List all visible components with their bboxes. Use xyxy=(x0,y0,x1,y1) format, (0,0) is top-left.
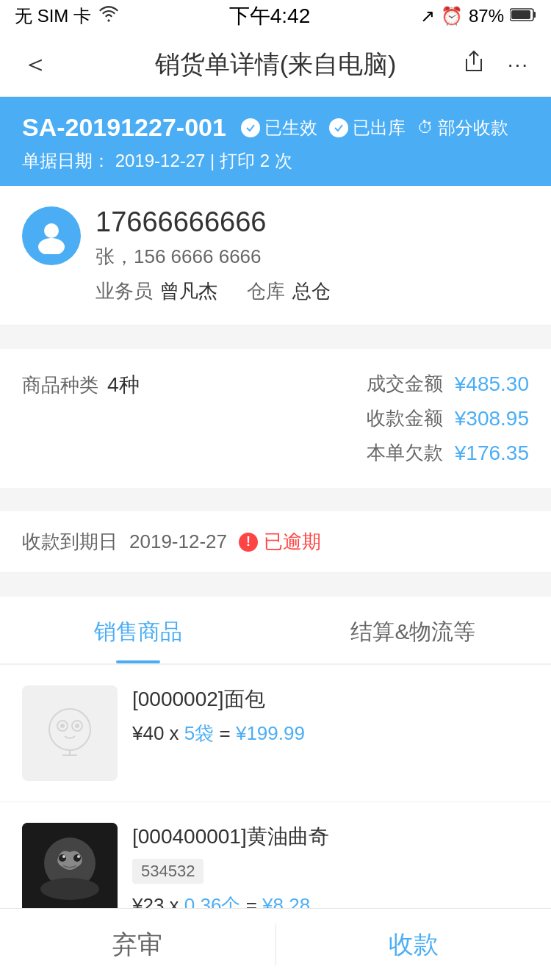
summary-section: 商品种类 4种 成交金额 ¥485.30 收款金额 ¥308.95 本单欠款 ¥… xyxy=(0,349,551,488)
tabs-section: 销售商品 结算&物流等 xyxy=(0,597,551,665)
svg-rect-2 xyxy=(511,10,530,19)
amount-value: ¥485.30 xyxy=(455,372,529,396)
warehouse-value: 总仓 xyxy=(292,278,331,304)
customer-info: 17666666666 张，156 6666 6666 业务员 曾凡杰 仓库 总… xyxy=(96,206,529,304)
separator: | xyxy=(210,151,220,170)
nav-bar: ＜ 销货单详情(来自电脑) ··· xyxy=(0,32,551,97)
nav-actions: ··· xyxy=(462,50,529,79)
overdue-text: 已逾期 xyxy=(264,529,321,555)
svg-point-15 xyxy=(40,878,99,900)
product-name-1: [0000002]面包 xyxy=(132,685,529,713)
divider-2 xyxy=(0,488,551,500)
divider-1 xyxy=(0,325,551,337)
status-shipped-label: 已出库 xyxy=(353,116,406,140)
alarm-icon: ⏰ xyxy=(441,6,463,26)
product-title-2: 黄油曲奇 xyxy=(247,825,329,848)
battery-level: 87% xyxy=(469,6,504,26)
divider-3 xyxy=(0,573,551,585)
product-info-1: [0000002]面包 ¥40 x 5袋 = ¥199.99 xyxy=(132,685,529,746)
status-bar-right: ↗ ⏰ 87% xyxy=(420,6,536,26)
svg-point-17 xyxy=(73,854,81,862)
check-icon-2 xyxy=(329,118,348,137)
owed-row: 本单欠款 ¥176.35 xyxy=(367,440,529,466)
product-list: [0000002]面包 ¥40 x 5袋 = ¥199.99 xyxy=(0,665,551,940)
product-price-1: ¥40 x 5袋 = ¥199.99 xyxy=(132,721,529,746)
due-date-value: 2019-12-27 xyxy=(129,530,227,553)
location-icon: ↗ xyxy=(420,6,435,26)
status-tags: 已生效 已出库 ⏱ 部分收款 xyxy=(241,116,508,140)
owed-label: 本单欠款 xyxy=(367,440,443,466)
status-partial-label: 部分收款 xyxy=(438,116,508,140)
bottom-bar: 弃审 收款 xyxy=(0,908,551,980)
owed-value: ¥176.35 xyxy=(455,442,529,465)
product-total-1: ¥199.99 xyxy=(236,722,305,744)
svg-point-6 xyxy=(49,709,90,750)
check-icon-1 xyxy=(241,118,260,137)
product-badge-2: 534532 xyxy=(132,859,204,884)
status-effective: 已生效 xyxy=(241,116,317,140)
amount-row: 成交金额 ¥485.30 xyxy=(367,371,529,397)
svg-rect-1 xyxy=(533,12,536,18)
product-title-1: 面包 xyxy=(224,688,265,710)
collect-payment-button[interactable]: 收款 xyxy=(276,909,552,980)
product-code-1: [0000002] xyxy=(132,688,224,710)
svg-point-4 xyxy=(44,223,59,238)
svg-point-10 xyxy=(75,724,79,728)
clock-icon: ⏱ xyxy=(417,118,433,137)
tab-sales-products[interactable]: 销售商品 xyxy=(0,597,276,663)
header-banner: SA-20191227-001 已生效 已出库 ⏱ 部分收款 单据日期： 201… xyxy=(0,97,551,186)
summary-right: 成交金额 ¥485.30 收款金额 ¥308.95 本单欠款 ¥176.35 xyxy=(367,371,529,466)
customer-meta: 业务员 曾凡杰 仓库 总仓 xyxy=(96,278,529,304)
customer-section: 17666666666 张，156 6666 6666 业务员 曾凡杰 仓库 总… xyxy=(0,186,551,325)
status-bar-left: 无 SIM 卡 xyxy=(15,4,119,28)
product-code-2: [000400001] xyxy=(132,825,247,848)
amount-label: 成交金额 xyxy=(367,371,443,397)
warehouse-label: 仓库 xyxy=(247,278,285,304)
sales-person-value: 曾凡杰 xyxy=(160,278,217,304)
due-date-section: 收款到期日 2019-12-27 ! 已逾期 xyxy=(0,511,551,573)
due-date-label: 收款到期日 xyxy=(22,529,118,555)
product-info-2: [000400001]黄油曲奇 534532 ¥23 x 0.36个 = ¥8.… xyxy=(132,823,529,918)
warehouse-item: 仓库 总仓 xyxy=(247,278,331,304)
sales-label: 业务员 xyxy=(96,278,153,304)
cancel-review-button[interactable]: 弃审 xyxy=(0,909,276,980)
product-type-label: 商品种类 xyxy=(22,372,98,398)
print-info: 打印 2 次 xyxy=(220,151,292,170)
received-label: 收款金额 xyxy=(367,406,443,431)
tab-settlement[interactable]: 结算&物流等 xyxy=(276,597,551,663)
back-button[interactable]: ＜ xyxy=(22,46,48,82)
page-title: 销货单详情(来自电脑) xyxy=(155,48,397,82)
svg-point-19 xyxy=(77,855,80,858)
product-image-2 xyxy=(22,823,118,918)
tabs-row: 销售商品 结算&物流等 xyxy=(0,597,551,663)
order-date: 2019-12-27 xyxy=(115,151,206,170)
svg-point-18 xyxy=(62,855,65,858)
svg-point-9 xyxy=(60,724,65,728)
product-qty-1: 5袋 xyxy=(184,722,214,744)
product-name-2: [000400001]黄油曲奇 xyxy=(132,823,529,851)
overdue-badge: ! 已逾期 xyxy=(239,529,321,555)
summary-left: 商品种类 4种 xyxy=(22,371,140,399)
date-label: 单据日期： xyxy=(22,151,110,170)
product-item-1: [0000002]面包 ¥40 x 5袋 = ¥199.99 xyxy=(0,665,551,802)
status-effective-label: 已生效 xyxy=(264,116,317,140)
equals-1: = xyxy=(214,722,236,744)
share-button[interactable] xyxy=(462,50,486,79)
customer-avatar xyxy=(22,206,81,265)
received-row: 收款金额 ¥308.95 xyxy=(367,406,529,431)
customer-account: 17666666666 xyxy=(96,206,529,238)
product-type-value: 4种 xyxy=(107,371,140,399)
product-image-1 xyxy=(22,685,118,781)
received-value: ¥308.95 xyxy=(455,407,529,430)
battery-icon xyxy=(510,6,536,26)
wifi-icon xyxy=(98,6,119,26)
sales-person-item: 业务员 曾凡杰 xyxy=(96,278,217,304)
svg-point-16 xyxy=(59,854,66,862)
overdue-icon: ! xyxy=(239,533,258,552)
status-bar-time: 下午4:42 xyxy=(229,2,311,30)
more-button[interactable]: ··· xyxy=(508,53,529,76)
customer-name-phone: 张，156 6666 6666 xyxy=(96,244,529,270)
sim-status: 无 SIM 卡 xyxy=(15,4,91,28)
status-partial: ⏱ 部分收款 xyxy=(417,116,508,140)
status-bar: 无 SIM 卡 下午4:42 ↗ ⏰ 87% xyxy=(0,0,551,32)
